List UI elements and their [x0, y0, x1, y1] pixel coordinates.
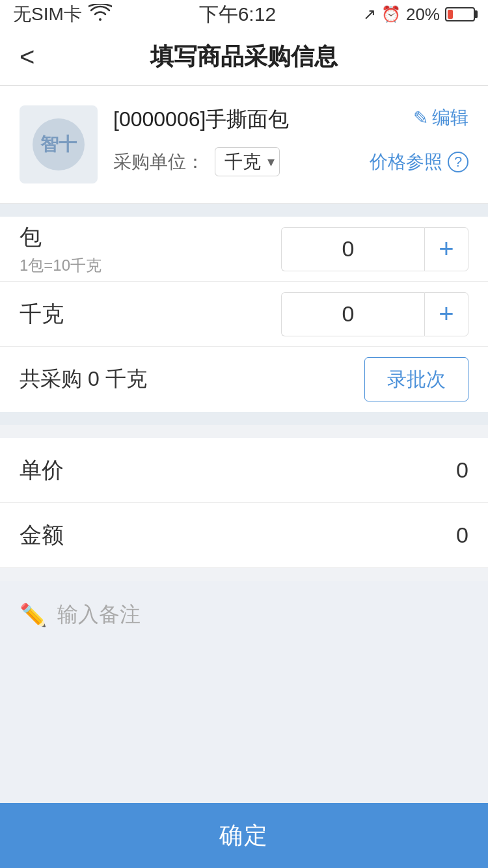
product-info: [0000006]手撕面包 ✎ 编辑 采购单位： 千克 价格参照 ? [113, 105, 468, 176]
section-divider-1 [0, 204, 488, 217]
jine-label: 金额 [20, 521, 64, 550]
status-right: ↗ ⏰ 20% [363, 5, 475, 25]
unit-label: 采购单位： [113, 150, 204, 174]
product-header: [0000006]手撕面包 ✎ 编辑 [113, 105, 468, 134]
danjia-label: 单价 [20, 455, 64, 485]
input-section: 包 1包=10千克 + 千克 + [0, 217, 488, 347]
batch-button[interactable]: 录批次 [364, 357, 468, 401]
page-title: 填写商品采购信息 [150, 41, 338, 73]
bao-input-group: + [281, 227, 468, 271]
unit-select[interactable]: 千克 [215, 147, 280, 176]
danjia-row: 单价 0 [0, 438, 488, 503]
jine-value: 0 [456, 522, 468, 548]
edit-icon: ✎ [413, 107, 428, 129]
bao-plus-button[interactable]: + [424, 227, 468, 271]
jine-row: 金额 0 [0, 503, 488, 568]
unit-select-wrapper[interactable]: 千克 [215, 147, 280, 176]
help-icon[interactable]: ? [448, 152, 468, 172]
bao-input-row: 包 1包=10千克 + [0, 217, 488, 282]
battery-text: 20% [406, 5, 440, 25]
qianke-label: 千克 [20, 299, 64, 329]
pencil-icon: ✏️ [20, 602, 47, 628]
product-card: 智十 [0000006]手撕面包 ✎ 编辑 采购单位： 千克 价格参照 ? [0, 86, 488, 204]
bao-input[interactable] [281, 227, 424, 271]
product-logo: 智十 [33, 118, 85, 170]
section-divider-2 [0, 412, 488, 425]
summary-unit: 千克 [105, 367, 147, 390]
danjia-value: 0 [456, 457, 468, 483]
product-image: 智十 [20, 105, 98, 183]
battery-icon [445, 7, 475, 21]
edit-label: 编辑 [432, 105, 468, 130]
remark-placeholder: 输入备注 [57, 601, 141, 629]
price-ref-label: 价格参照 [370, 150, 442, 174]
back-button[interactable]: < [20, 42, 34, 72]
qianke-plus-button[interactable]: + [424, 292, 468, 336]
qianke-label-group: 千克 [20, 299, 64, 329]
status-bar: 无SIM卡 下午6:12 ↗ ⏰ 20% [0, 0, 488, 29]
alarm-icon: ⏰ [381, 5, 401, 23]
status-time: 下午6:12 [199, 1, 276, 28]
price-ref-button[interactable]: 价格参照 ? [370, 150, 468, 174]
nav-bar: < 填写商品采购信息 [0, 29, 488, 86]
status-left: 无SIM卡 [13, 2, 112, 27]
qianke-input[interactable] [281, 292, 424, 336]
carrier-text: 无SIM卡 [13, 2, 82, 27]
bao-label: 包 [20, 223, 102, 252]
qianke-input-row: 千克 + [0, 282, 488, 347]
summary-row: 共采购 0 千克 录批次 [0, 347, 488, 412]
wifi-icon [88, 4, 112, 25]
confirm-button[interactable]: 确定 [0, 803, 488, 868]
edit-button[interactable]: ✎ 编辑 [413, 105, 468, 130]
summary-value: 0 [88, 367, 100, 390]
location-icon: ↗ [363, 5, 376, 23]
info-section: 单价 0 金额 0 [0, 438, 488, 568]
product-name: [0000006]手撕面包 [113, 105, 289, 134]
remark-section[interactable]: ✏️ 输入备注 [0, 581, 488, 649]
bao-sub-label: 1包=10千克 [20, 255, 102, 276]
qianke-input-group: + [281, 292, 468, 336]
bao-label-group: 包 1包=10千克 [20, 223, 102, 276]
summary-text: 共采购 0 千克 [20, 365, 147, 394]
product-unit-row: 采购单位： 千克 价格参照 ? [113, 147, 468, 176]
